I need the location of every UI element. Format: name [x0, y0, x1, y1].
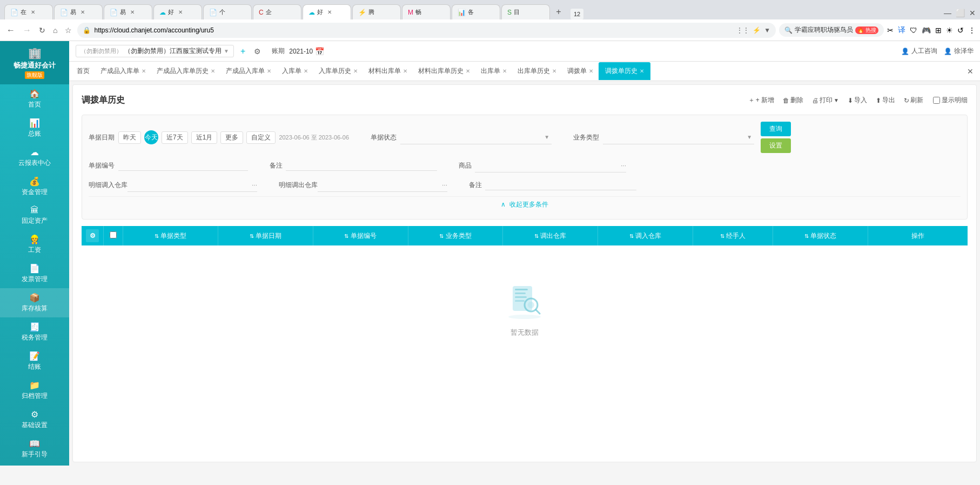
status-select[interactable]: ▼: [400, 130, 552, 144]
company-selector[interactable]: （勿删勿禁用） （勿删勿禁用）江西服宝测试专用 ▼: [76, 45, 234, 57]
user-avatar[interactable]: 👤 徐泽华: [944, 46, 974, 56]
browser-tab[interactable]: 📄 在 ✕: [4, 4, 53, 19]
sidebar-item-report[interactable]: ☁ 云报表中心: [0, 143, 69, 172]
browser-tab-4[interactable]: ☁ 好 ✕: [153, 4, 202, 19]
tab-close[interactable]: ✕: [31, 9, 35, 15]
ext-icon-2[interactable]: 🎮: [922, 26, 931, 35]
gear-button[interactable]: ⚙: [252, 47, 263, 56]
date-yesterday[interactable]: 昨天: [118, 131, 141, 144]
ext-icon-4[interactable]: ☀: [946, 26, 953, 35]
tab-close-3[interactable]: ✕: [267, 68, 271, 74]
browser-tab-7[interactable]: ☁ 好 ✕: [303, 4, 351, 19]
ext-icon-3[interactable]: ⊞: [935, 26, 942, 35]
select-all-checkbox[interactable]: [110, 231, 117, 238]
date-today[interactable]: 今天: [144, 130, 158, 144]
dropdown-icon[interactable]: ▼: [764, 26, 770, 34]
doc-no-input[interactable]: [118, 161, 248, 171]
th-status[interactable]: ⇅ 单据状态: [773, 226, 868, 245]
browser-tab-2[interactable]: 📄 易 ✕: [54, 4, 103, 19]
remark-input[interactable]: [286, 161, 437, 171]
browser-tab-9[interactable]: M 畅: [402, 4, 451, 19]
new-button[interactable]: ＋ + 新增: [745, 94, 777, 107]
browser-more[interactable]: ⋮: [968, 26, 976, 35]
translate-icon[interactable]: 译: [898, 25, 905, 35]
ext-icon-1[interactable]: 🛡: [910, 26, 917, 35]
sidebar-item-ledger[interactable]: 📊 总账: [0, 114, 69, 143]
settings-filter-button[interactable]: 设置: [761, 138, 791, 153]
page-tab-4[interactable]: 入库单 ✕: [277, 62, 313, 80]
page-tab-6[interactable]: 材料出库单 ✕: [363, 62, 413, 80]
delete-button[interactable]: 🗑 删除: [780, 94, 807, 107]
sidebar-item-settle[interactable]: 📝 结账: [0, 347, 69, 376]
tab-close-5[interactable]: ✕: [353, 68, 358, 74]
period-selector[interactable]: 2021-10 📅: [289, 47, 324, 56]
page-tab-10[interactable]: 调拨单 ✕: [562, 62, 599, 80]
page-tab-home[interactable]: 首页: [71, 62, 95, 80]
tab-close-6[interactable]: ✕: [403, 68, 407, 74]
goods-picker-btn[interactable]: ···: [621, 162, 626, 169]
url-bar[interactable]: [94, 26, 733, 34]
sidebar-item-invoice[interactable]: 📄 发票管理: [0, 259, 69, 288]
sidebar-item-inventory[interactable]: 📦 库存核算: [0, 288, 69, 317]
page-tab-5[interactable]: 入库单历史 ✕: [313, 62, 363, 80]
date-7days[interactable]: 近7天: [162, 131, 188, 144]
browser-tab-10[interactable]: 📊 各: [452, 4, 500, 19]
out-warehouse-input[interactable]: [318, 180, 442, 190]
tab-close-8[interactable]: ✕: [502, 68, 507, 74]
page-tab-9[interactable]: 出库单历史 ✕: [512, 62, 562, 80]
page-tab-2[interactable]: 产成品入库单历史 ✕: [151, 62, 220, 80]
display-detail-checkbox[interactable]: 显示明细: [933, 96, 968, 105]
th-doc-date[interactable]: ⇅ 单据日期: [218, 226, 313, 245]
browser-tab-5[interactable]: 📄 个: [203, 4, 252, 19]
th-biz-type[interactable]: ⇅ 业务类型: [408, 226, 503, 245]
lightning-icon[interactable]: ⚡: [753, 26, 761, 34]
sidebar-item-tax[interactable]: 🧾 税务管理: [0, 317, 69, 347]
sidebar-item-archive[interactable]: 📁 归档管理: [0, 376, 69, 405]
sidebar-item-payroll[interactable]: 👷 工资: [0, 230, 69, 259]
tab-close-9[interactable]: ✕: [552, 68, 556, 74]
back-button[interactable]: ←: [4, 24, 17, 36]
service-btn[interactable]: 👤 人工咨询: [901, 46, 937, 56]
page-tab-active[interactable]: 调拨单历史 ✕: [599, 62, 650, 80]
browser-tab-11[interactable]: S 目: [501, 4, 550, 19]
sidebar-item-home[interactable]: 🏠 首页: [0, 84, 69, 114]
date-1month[interactable]: 近1月: [191, 131, 218, 144]
tab-close-10[interactable]: ✕: [589, 68, 593, 74]
tab-close-4[interactable]: ✕: [304, 68, 308, 74]
tab-close-1[interactable]: ✕: [142, 68, 146, 74]
tabs-close-all[interactable]: ✕: [963, 65, 978, 78]
sidebar-item-guide[interactable]: 📖 新手引导: [0, 434, 69, 463]
tools-icon[interactable]: ✂: [887, 26, 894, 35]
remark2-input[interactable]: [485, 180, 636, 190]
query-button[interactable]: 查询: [761, 122, 791, 136]
export-button[interactable]: ⬆ 导出: [872, 94, 898, 107]
out-warehouse-picker[interactable]: ···: [442, 181, 447, 189]
sidebar-item-asset[interactable]: 🏛 固定资产: [0, 201, 69, 230]
page-tab-7[interactable]: 材料出库单历史 ✕: [413, 62, 475, 80]
page-tab-1[interactable]: 产成品入库单 ✕: [95, 62, 151, 80]
goods-input[interactable]: [475, 161, 621, 170]
window-controls[interactable]: — ⬜ ✕: [944, 9, 976, 19]
th-checkbox[interactable]: [104, 226, 123, 245]
date-more[interactable]: 更多: [220, 131, 243, 144]
undo-icon[interactable]: ↺: [957, 26, 964, 35]
date-custom[interactable]: 自定义: [246, 131, 276, 144]
sidebar-item-settings[interactable]: ⚙ 基础设置: [0, 405, 69, 434]
browser-tab-6[interactable]: C 企: [253, 4, 301, 19]
display-checkbox-input[interactable]: [933, 97, 940, 104]
import-button[interactable]: ⬇ 导入: [844, 94, 870, 107]
minimize-btn[interactable]: —: [944, 9, 951, 17]
add-company-button[interactable]: +: [238, 46, 247, 56]
home-button[interactable]: ⌂: [51, 25, 59, 36]
biz-type-select[interactable]: ▼: [603, 130, 754, 144]
tab-close-active[interactable]: ✕: [640, 68, 644, 74]
th-out-warehouse[interactable]: ⇅ 调出仓库: [503, 226, 598, 245]
refresh-button[interactable]: ↻: [37, 25, 48, 36]
close-btn[interactable]: ✕: [969, 9, 976, 17]
th-handler[interactable]: ⇅ 经手人: [693, 226, 773, 245]
tab-close-2[interactable]: ✕: [211, 68, 215, 74]
sidebar-item-fund[interactable]: 💰 资金管理: [0, 172, 69, 201]
th-doc-no[interactable]: ⇅ 单据编号: [313, 226, 408, 245]
forward-button[interactable]: →: [21, 24, 33, 36]
browser-menu-icon[interactable]: ⋮⋮: [736, 26, 749, 34]
